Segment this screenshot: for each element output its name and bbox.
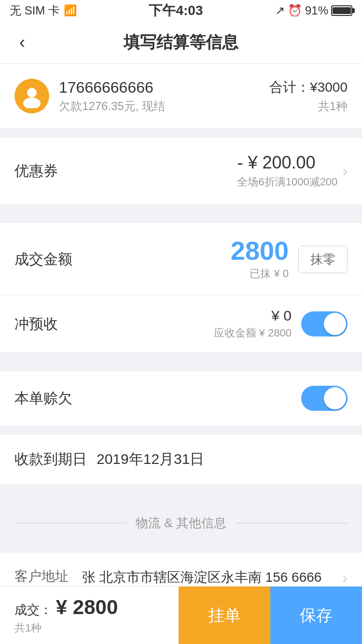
- location-icon: ↗: [275, 4, 285, 17]
- logistics-title: 物流 & 其他信息: [136, 515, 226, 532]
- wifi-icon: 📶: [64, 4, 77, 17]
- bottom-deal-row: 成交： ¥ 2800: [14, 596, 164, 619]
- customer-row: 17666666666 欠款1276.35元, 现结 合计：¥3000 共1种: [0, 64, 362, 128]
- section-divider-2: [0, 362, 362, 371]
- bottom-count: 共1种: [14, 621, 164, 635]
- prepaid-toggle[interactable]: [301, 311, 348, 336]
- avatar: [14, 79, 49, 113]
- coupon-desc: 全场6折满1000减200: [237, 175, 337, 189]
- duedate-label: 收款到期日: [14, 449, 87, 469]
- logistics-line-left: [14, 523, 126, 523]
- logistics-line-right: [236, 523, 348, 523]
- credit-label: 本单赊欠: [14, 389, 72, 408]
- section-divider-3: [0, 493, 362, 503]
- svg-point-0: [27, 88, 37, 98]
- coupon-info: - ¥ 200.00 全场6折满1000减200: [237, 153, 337, 189]
- prepaid-desc: 应收金额 ¥ 2800: [214, 326, 292, 340]
- status-bar: 无 SIM 卡 📶 下午4:03 ↗ ⏰ 91%: [0, 0, 362, 21]
- logistics-section: 物流 & 其他信息: [0, 503, 362, 543]
- prepaid-values: ¥ 0 应收金额 ¥ 2800: [214, 308, 292, 340]
- round-button[interactable]: 抹零: [298, 246, 348, 273]
- coupon-row[interactable]: 优惠券 - ¥ 200.00 全场6折满1000减200 ›: [0, 138, 362, 204]
- address-chevron-icon: ›: [342, 569, 348, 587]
- battery-percent: 91%: [305, 4, 328, 17]
- status-time: 下午4:03: [149, 1, 203, 20]
- amount-row: 成交金额 2800 已抹 ¥ 0 抹零: [0, 223, 362, 295]
- status-left: 无 SIM 卡 📶: [10, 3, 77, 18]
- credit-toggle[interactable]: [301, 386, 348, 411]
- section-divider-1: [0, 213, 362, 223]
- amount-sub: 已抹 ¥ 0: [231, 266, 289, 281]
- back-button[interactable]: ‹: [14, 28, 30, 57]
- customer-left: 17666666666 欠款1276.35元, 现结: [14, 79, 165, 114]
- coupon-right: - ¥ 200.00 全场6折满1000减200 ›: [237, 153, 348, 189]
- customer-info: 17666666666 欠款1276.35元, 现结: [59, 79, 165, 114]
- svg-point-1: [23, 98, 41, 108]
- amount-value-group: 2800 已抹 ¥ 0: [231, 238, 289, 281]
- hang-button[interactable]: 挂单: [179, 587, 270, 644]
- amount-label: 成交金额: [14, 250, 72, 269]
- amount-section: 成交金额 2800 已抹 ¥ 0 抹零 冲预收 ¥ 0 应收金额 ¥ 2800: [0, 223, 362, 352]
- prepaid-right: ¥ 0 应收金额 ¥ 2800: [214, 308, 348, 340]
- battery-icon: [331, 5, 352, 16]
- nav-bar: ‹ 填写结算等信息: [0, 21, 362, 64]
- bottom-actions: 挂单 保存: [179, 587, 362, 644]
- logistics-header: 物流 & 其他信息: [0, 503, 362, 543]
- bottom-summary: 成交： ¥ 2800 共1种: [0, 596, 179, 635]
- coupon-chevron-icon: ›: [342, 162, 348, 180]
- toggle-knob: [324, 313, 346, 335]
- content: 17666666666 欠款1276.35元, 现结 合计：¥3000 共1种 …: [0, 64, 362, 644]
- coupon-discount: - ¥ 200.00: [237, 153, 337, 173]
- coupon-label: 优惠券: [14, 161, 58, 181]
- prepaid-label: 冲预收: [14, 314, 58, 334]
- credit-row: 本单赊欠: [0, 371, 362, 425]
- no-sim-text: 无 SIM 卡: [10, 3, 60, 18]
- customer-phone: 17666666666: [59, 79, 165, 97]
- bottom-price: ¥ 2800: [56, 596, 118, 618]
- alarm-icon: ⏰: [288, 4, 302, 17]
- page-title: 填写结算等信息: [124, 31, 238, 54]
- customer-total: 合计：¥3000: [269, 78, 348, 97]
- duedate-value: 2019年12月31日: [97, 449, 204, 469]
- customer-right: 合计：¥3000 共1种: [269, 78, 348, 114]
- prepaid-amount: ¥ 0: [214, 308, 292, 324]
- amount-right: 2800 已抹 ¥ 0 抹零: [231, 238, 348, 281]
- bottom-deal-label: 成交：: [14, 602, 52, 617]
- prepaid-row: 冲预收 ¥ 0 应收金额 ¥ 2800: [0, 295, 362, 352]
- address-label: 客户地址: [14, 567, 72, 586]
- bottom-bar: 成交： ¥ 2800 共1种 挂单 保存: [0, 586, 362, 644]
- customer-debt: 欠款1276.35元, 现结: [59, 98, 165, 114]
- duedate-row: 收款到期日 2019年12月31日: [0, 435, 362, 484]
- customer-count: 共1种: [269, 98, 348, 114]
- amount-value: 2800: [231, 238, 289, 264]
- credit-toggle-knob: [324, 387, 346, 409]
- status-right: ↗ ⏰ 91%: [275, 4, 352, 17]
- save-button[interactable]: 保存: [270, 587, 362, 644]
